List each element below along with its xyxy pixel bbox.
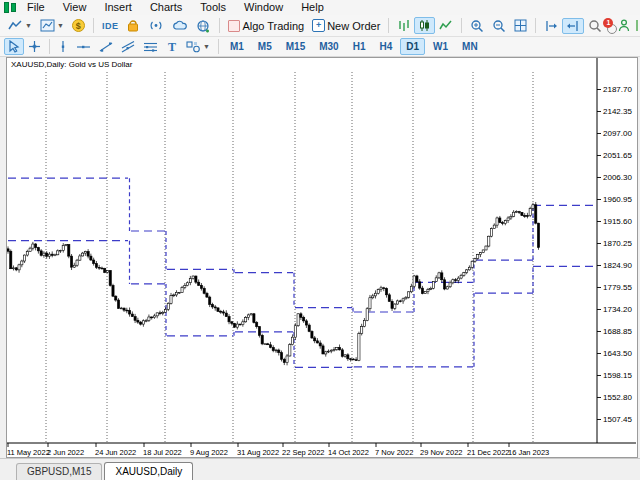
menu-item-file[interactable]: File: [18, 1, 54, 13]
date-tick-label: 31 Aug 2022: [237, 448, 279, 457]
date-tick-label: 18 Jul 2022: [143, 448, 182, 457]
zoom-out-icon: [492, 19, 506, 33]
chevron-down-icon: ▼: [25, 22, 32, 29]
svg-text:T: T: [168, 41, 176, 53]
metaeditor-button[interactable]: IDE: [98, 19, 123, 33]
date-tick-label: 16 Jan 2023: [508, 448, 549, 457]
timeframe-mn-button[interactable]: MN: [456, 38, 484, 55]
menu-item-view[interactable]: View: [54, 1, 96, 13]
signals-button[interactable]: [144, 17, 168, 34]
chart-tab-xauusd-daily[interactable]: XAUUSD,Daily: [104, 462, 193, 480]
menu-bar: FileViewInsertChartsToolsWindowHelp: [0, 0, 640, 16]
toolbar-standard: ▼ ▼ $ IDE Algo Trading + New Order: [0, 15, 640, 37]
timeframe-m1-button[interactable]: M1: [224, 38, 250, 55]
deposit-button[interactable]: $: [68, 17, 89, 34]
market-bag-icon: [126, 19, 140, 33]
menu-item-charts[interactable]: Charts: [141, 1, 191, 13]
date-tick-label: 9 Aug 2022: [190, 448, 228, 457]
date-tick-label: 14 Oct 2022: [328, 448, 369, 457]
hosting-button[interactable]: [614, 17, 634, 34]
chevron-down-icon: ▼: [57, 22, 64, 29]
timeframe-d1-button[interactable]: D1: [400, 38, 425, 55]
vps-button[interactable]: [192, 17, 215, 35]
bars-chart-icon: [397, 19, 410, 32]
text-tool-button[interactable]: T: [162, 39, 182, 55]
price-tick-label: 2187.70: [603, 85, 632, 94]
metatrader-window: FileViewInsertChartsToolsWindowHelp ▼ ▼ …: [0, 0, 640, 480]
menu-item-tools[interactable]: Tools: [191, 1, 235, 13]
toolbar-separator: [49, 39, 50, 54]
equidistant-lines-tool-button[interactable]: [139, 39, 162, 55]
trendline-tool-button[interactable]: [95, 39, 117, 55]
chart-shift-button[interactable]: [540, 18, 562, 34]
crosshair-icon: [28, 40, 41, 53]
auto-scroll-button[interactable]: [562, 18, 584, 34]
toolbar-separator: [218, 39, 219, 54]
new-order-label: New Order: [327, 20, 380, 32]
timeframe-h1-button[interactable]: H1: [347, 38, 372, 55]
date-tick-label: 21 Dec 2022: [467, 448, 510, 457]
chart-window: 2187.702142.352097.002051.652006.301960.…: [6, 57, 638, 458]
connection-status-bar: [636, 20, 638, 31]
date-tick-label: 22 Sep 2022: [282, 448, 325, 457]
horizontal-line-icon: [76, 42, 91, 52]
zoom-in-icon: [470, 19, 484, 33]
line-chart-icon: [439, 19, 453, 32]
timeframe-m5-button[interactable]: M5: [252, 38, 278, 55]
equidistant-lines-icon: [143, 41, 158, 53]
menu-item-window[interactable]: Window: [235, 1, 292, 13]
toolbar-linestudies: T ▼ M1M5M15M30H1H4D1W1MN: [0, 37, 640, 57]
timeframe-m30-button[interactable]: M30: [313, 38, 344, 55]
price-tick-label: 1870.25: [603, 239, 632, 248]
candlestick-series: [7, 202, 540, 365]
menu-items: FileViewInsertChartsToolsWindowHelp: [18, 0, 333, 15]
toolbar-separator: [535, 18, 536, 33]
new-order-button[interactable]: + New Order: [308, 17, 384, 34]
hosting-person-icon: [618, 19, 630, 32]
notification-badge: 1: [603, 18, 613, 28]
zoom-in-button[interactable]: [466, 17, 488, 35]
vps-globe-icon: [196, 19, 211, 33]
auto-scroll-icon: [566, 20, 580, 32]
cursor-tool-button[interactable]: [4, 38, 24, 55]
chart-shift-icon: [544, 20, 558, 32]
tile-windows-button[interactable]: [510, 17, 531, 34]
cloud-button[interactable]: [168, 18, 192, 34]
algo-trading-button[interactable]: Algo Trading: [224, 18, 308, 34]
horizontal-line-tool-button[interactable]: [72, 40, 95, 54]
chart-profile-button[interactable]: ▼: [36, 17, 68, 34]
channel-tool-button[interactable]: [117, 39, 139, 55]
chart-type-icon: [8, 19, 23, 32]
menu-item-insert[interactable]: Insert: [95, 1, 141, 13]
crosshair-tool-button[interactable]: [24, 38, 45, 55]
date-tick-label: 24 Jun 2022: [95, 448, 136, 457]
app-logo-icon: [4, 2, 16, 13]
algo-trading-label: Algo Trading: [242, 20, 304, 32]
timeframe-w1-button[interactable]: W1: [427, 38, 454, 55]
menu-item-help[interactable]: Help: [292, 1, 333, 13]
price-chart[interactable]: 2187.702142.352097.002051.652006.301960.…: [7, 58, 637, 457]
timeframe-m15-button[interactable]: M15: [280, 38, 311, 55]
price-tick-label: 1598.15: [603, 371, 632, 380]
candlestick-mode-button[interactable]: [414, 17, 435, 34]
chart-profile-icon: [40, 19, 55, 32]
market-button[interactable]: [122, 17, 144, 35]
timeframe-h4-button[interactable]: H4: [373, 38, 398, 55]
price-tick-label: 1507.45: [603, 415, 632, 424]
dollar-coin-icon: $: [72, 19, 85, 32]
price-tick-label: 1915.60: [603, 217, 632, 226]
vertical-line-tool-button[interactable]: [54, 38, 72, 55]
trendline-icon: [99, 41, 113, 53]
shapes-tool-button[interactable]: ▼: [182, 39, 214, 55]
chart-type-button[interactable]: ▼: [4, 17, 36, 34]
bar-chart-mode-button[interactable]: [393, 17, 414, 34]
line-chart-mode-button[interactable]: [435, 17, 457, 34]
price-tick-label: 2006.30: [603, 173, 632, 182]
vertical-line-icon: [58, 40, 68, 53]
community-button[interactable]: 1: [606, 17, 614, 35]
date-tick-label: 11 May 2022: [7, 448, 50, 457]
zoom-out-button[interactable]: [488, 17, 510, 35]
chart-tab-gbpusd-m15[interactable]: GBPUSD,M15: [16, 463, 102, 480]
date-tick-label: 29 Nov 2022: [420, 448, 463, 457]
cursor-icon: [8, 40, 20, 53]
